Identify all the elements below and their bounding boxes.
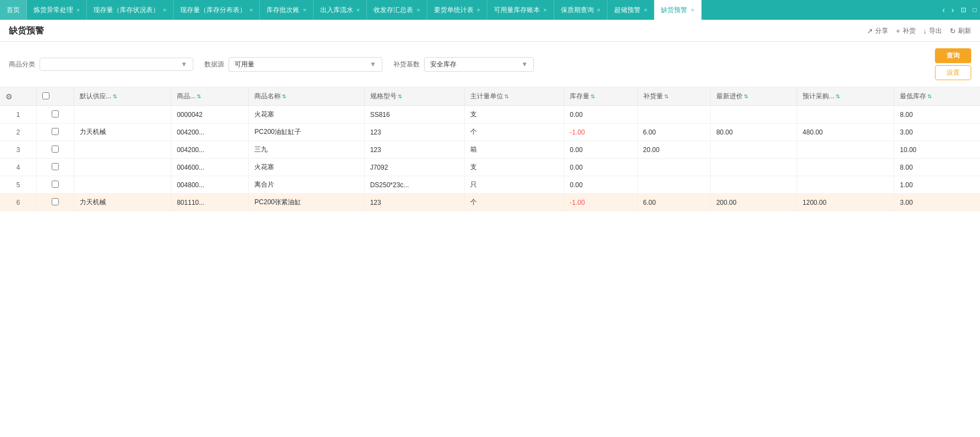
- tab-available-ledger[interactable]: 可用量库存账本×: [487, 0, 554, 20]
- share-button[interactable]: ↗ 分享: [867, 26, 888, 36]
- row-checkbox[interactable]: [52, 145, 59, 153]
- tab-label: 出入库流水: [320, 5, 353, 15]
- table-body: 10000042火花塞SS816支0.008.002力天机械004200...P…: [0, 106, 980, 211]
- tab-label: 现存量（库存状况表）: [93, 5, 159, 15]
- row-est-purchase: 480.00: [797, 124, 894, 141]
- tab-close-inout-flow[interactable]: ×: [357, 7, 360, 13]
- tab-label: 保质期查询: [561, 5, 594, 15]
- tab-refine-exception[interactable]: 炼货异常处理×: [27, 0, 87, 20]
- row-checkbox[interactable]: [52, 181, 59, 188]
- col-header-unit[interactable]: 主计量单位⇅: [465, 87, 564, 106]
- replenish-button[interactable]: + 补货: [896, 26, 916, 36]
- col-header-min_stock[interactable]: 最低库存⇅: [894, 87, 980, 106]
- settings-icon[interactable]: ⚙: [5, 92, 13, 101]
- row-stock: 0.00: [564, 141, 637, 159]
- tab-demand-stat[interactable]: 要货单统计表×: [427, 0, 487, 20]
- col-header-settings: ⚙: [0, 87, 37, 106]
- tab-close-expiry-query[interactable]: ×: [597, 7, 600, 13]
- col-header-stock_qty[interactable]: 库存量⇅: [564, 87, 637, 106]
- tab-label: 炼货异常处理: [34, 5, 73, 15]
- col-header-default_supplier[interactable]: 默认供应...⇅: [74, 87, 171, 106]
- row-spec: J7092: [364, 159, 465, 176]
- tab-close-refine-exception[interactable]: ×: [76, 7, 80, 13]
- tab-close-inventory-dist[interactable]: ×: [249, 7, 253, 13]
- sort-icon-replenish_qty: ⇅: [664, 93, 669, 99]
- tab-label: 超储预警: [614, 5, 641, 15]
- row-product-code: 004200...: [171, 141, 248, 159]
- tab-close-overstock-warning[interactable]: ×: [644, 7, 647, 13]
- col-header-est_purchase[interactable]: 预计采购...⇅: [797, 87, 894, 106]
- row-spec: DS250*23c...: [364, 176, 465, 194]
- replenish-basis-filter-group: 补货基数 安全库存 ▼: [393, 57, 534, 72]
- page-title: 缺货预警: [9, 25, 44, 37]
- tab-close-demand-stat[interactable]: ×: [477, 7, 480, 13]
- select-all-checkbox[interactable]: [42, 92, 49, 99]
- col-header-product_code[interactable]: 商品...⇅: [171, 87, 248, 106]
- row-replenish: 6.00: [637, 194, 710, 211]
- row-supplier: 力天机械: [74, 194, 171, 211]
- datasource-value: 可用量: [235, 60, 254, 69]
- row-checkbox[interactable]: [52, 163, 59, 170]
- row-est-purchase: [797, 106, 894, 124]
- settings-button[interactable]: 设置: [935, 65, 971, 80]
- row-product-code: 004600...: [171, 159, 248, 176]
- category-select[interactable]: ▼: [40, 58, 193, 71]
- tab-close-shortage-warning[interactable]: ×: [691, 7, 694, 13]
- tab-close-batch-account[interactable]: ×: [303, 7, 306, 13]
- row-est-purchase: 1200.00: [797, 194, 894, 211]
- replenish-basis-select[interactable]: 安全库存 ▼: [424, 57, 534, 72]
- filter-actions: 查询 设置: [935, 48, 971, 80]
- tab-close-available-ledger[interactable]: ×: [543, 7, 547, 13]
- tab-overstock-warning[interactable]: 超储预警×: [608, 0, 654, 20]
- tab-inventory-dist[interactable]: 现存量（库存分布表）×: [174, 0, 260, 20]
- tab-next-btn[interactable]: ›: [948, 5, 957, 14]
- row-min-stock: 1.00: [894, 176, 980, 194]
- col-header-replenish_qty[interactable]: 补货量⇅: [637, 87, 710, 106]
- tab-inout-flow[interactable]: 出入库流水×: [314, 0, 367, 20]
- tab-batch-account[interactable]: 库存批次账×: [260, 0, 313, 20]
- datasource-select[interactable]: 可用量 ▼: [229, 57, 382, 72]
- row-checkbox[interactable]: [52, 198, 59, 205]
- table-container: ⚙默认供应...⇅商品...⇅商品名称⇅规格型号⇅主计量单位⇅库存量⇅补货量⇅最…: [0, 87, 980, 211]
- filter-bar: 商品分类 ▼ 数据源 可用量 ▼ 补货基数 安全库存 ▼ 查询 设置: [0, 42, 980, 87]
- tab-expiry-query[interactable]: 保质期查询×: [554, 0, 608, 20]
- tab-label: 现存量（库存分布表）: [180, 5, 246, 15]
- row-spec: 123: [364, 141, 465, 159]
- row-latest-price: 80.00: [710, 124, 797, 141]
- tab-shortage-warning[interactable]: 缺货预警×: [654, 0, 701, 20]
- row-checkbox[interactable]: [52, 128, 59, 135]
- col-header-product_name[interactable]: 商品名称⇅: [249, 87, 364, 106]
- row-num: 3: [0, 141, 37, 159]
- export-button[interactable]: ↓ 导出: [923, 26, 943, 36]
- row-product-name: PC200油缸缸子: [249, 124, 364, 141]
- tab-label: 首页: [7, 5, 20, 15]
- row-spec: 123: [364, 194, 465, 211]
- query-button[interactable]: 查询: [935, 48, 971, 63]
- row-replenish: [637, 106, 710, 124]
- row-num: 6: [0, 194, 37, 211]
- row-checkbox-cell: [37, 176, 74, 194]
- row-replenish: [637, 159, 710, 176]
- sort-icon-unit: ⇅: [504, 93, 509, 99]
- category-filter-group: 商品分类 ▼: [9, 58, 193, 71]
- tab-receive-total[interactable]: 收发存汇总表×: [367, 0, 427, 20]
- category-label: 商品分类: [9, 60, 35, 69]
- row-supplier: [74, 141, 171, 159]
- tab-close-receive-total[interactable]: ×: [416, 7, 420, 13]
- tab-home[interactable]: 首页: [0, 0, 27, 20]
- row-product-code: 004800...: [171, 176, 248, 194]
- refresh-button[interactable]: ↻ 刷新: [950, 26, 971, 36]
- row-min-stock: 8.00: [894, 159, 980, 176]
- header-actions: ↗ 分享 + 补货 ↓ 导出 ↻ 刷新: [867, 26, 971, 36]
- tab-maximize-btn[interactable]: □: [970, 6, 980, 14]
- tab-close-inventory-status[interactable]: ×: [163, 7, 166, 13]
- col-header-latest_price[interactable]: 最新进价⇅: [710, 87, 797, 106]
- row-checkbox[interactable]: [52, 110, 59, 117]
- col-header-spec[interactable]: 规格型号⇅: [364, 87, 465, 106]
- tab-prev-btn[interactable]: ‹: [939, 5, 948, 14]
- row-replenish: 6.00: [637, 124, 710, 141]
- tab-bar: 首页炼货异常处理×现存量（库存状况表）×现存量（库存分布表）×库存批次账×出入库…: [0, 0, 980, 20]
- tab-restore-btn[interactable]: ⊡: [957, 6, 970, 14]
- row-unit: 支: [465, 159, 564, 176]
- tab-inventory-status[interactable]: 现存量（库存状况表）×: [87, 0, 173, 20]
